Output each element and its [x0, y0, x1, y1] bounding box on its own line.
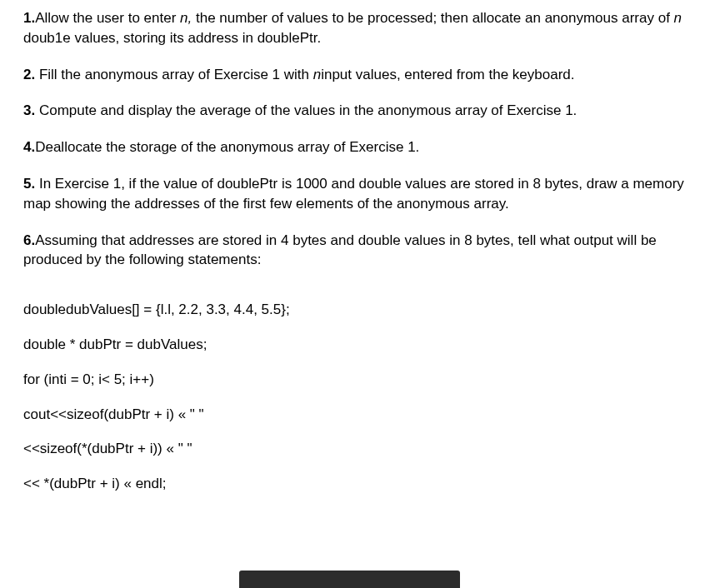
exercise-5: 5. In Exercise 1, if the value of double… — [23, 174, 697, 214]
ex6-text: Assuming that addresses are stored in 4 … — [23, 232, 657, 268]
ex1-var-n: n, — [180, 10, 192, 26]
exercise-2: 2. Fill the anonymous array of Exercise … — [23, 65, 697, 85]
ex5-text: In Exercise 1, if the value of doublePtr… — [23, 176, 684, 212]
exercise-number-2: 2. — [23, 67, 35, 82]
exercise-6: 6.Assuming that addresses are stored in … — [23, 231, 697, 271]
exercise-1: 1.Allow the user to enter n, the number … — [23, 8, 697, 48]
ex2-var-n: n — [313, 67, 321, 82]
ex2-text-1: Fill the anonymous array of Exercise 1 w… — [35, 67, 313, 82]
code-line-4: cout<<sizeof(dubPtr + i) « " " — [23, 405, 697, 425]
ex3-text: Compute and display the average of the v… — [35, 102, 577, 118]
ex1-text-1: Allow the user to enter — [35, 10, 180, 26]
exercise-number-1: 1. — [23, 10, 35, 26]
ex4-text: Deallocate the storage of the anonymous … — [35, 139, 419, 155]
ex1-var-n2: n — [674, 10, 682, 26]
code-line-1: doubledubValues[] = {l.l, 2.2, 3.3, 4.4,… — [23, 300, 697, 320]
ex2-text-2: input values, entered from the keyboard. — [321, 67, 574, 82]
code-line-3: for (inti = 0; i< 5; i++) — [23, 370, 697, 390]
exercise-number-6: 6. — [23, 232, 35, 248]
code-line-2: double * dubPtr = dubValues; — [23, 335, 697, 355]
exercise-number-3: 3. — [23, 102, 35, 118]
exercise-number-5: 5. — [23, 176, 35, 192]
ex1-text-3: doub1e values, storing its address in do… — [23, 30, 321, 46]
code-line-6: << *(dubPtr + i) « endl; — [23, 474, 697, 494]
exercise-number-4: 4. — [23, 139, 35, 155]
ex1-text-2: the number of values to be processed; th… — [192, 10, 673, 26]
exercise-3: 3. Compute and display the average of th… — [23, 101, 697, 121]
code-line-5: <<sizeof(*(dubPtr + i)) « " " — [23, 439, 697, 459]
code-block: doubledubValues[] = {l.l, 2.2, 3.3, 4.4,… — [23, 300, 697, 494]
exercise-4: 4.Deallocate the storage of the anonymou… — [23, 137, 697, 157]
